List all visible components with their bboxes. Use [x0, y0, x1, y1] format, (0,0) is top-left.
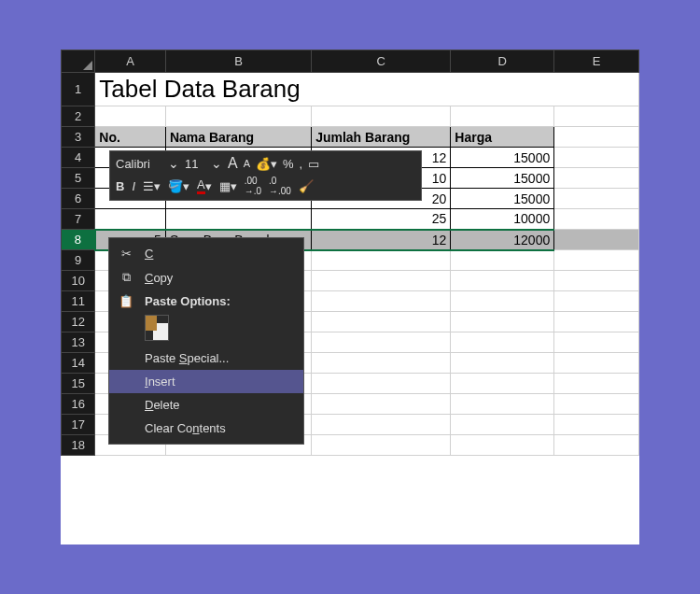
accounting-format-icon[interactable]: 💰▾: [256, 157, 277, 171]
cell-harga[interactable]: 15000: [451, 148, 554, 168]
font-name-select[interactable]: Calibri: [116, 157, 162, 171]
menu-paste-special[interactable]: Paste Special...: [109, 346, 303, 370]
row-header-9[interactable]: 9: [62, 250, 95, 271]
increase-font-icon[interactable]: A: [228, 155, 238, 172]
title-cell[interactable]: Tabel Data Barang: [95, 73, 639, 106]
percent-format-icon[interactable]: %: [283, 157, 294, 171]
menu-paste-options-label: Paste Options:: [145, 294, 296, 308]
col-header-a[interactable]: A: [95, 50, 166, 73]
copy-icon: ⧉: [117, 270, 135, 285]
menu-clear-contents[interactable]: Clear Contents: [109, 417, 303, 440]
th-nama[interactable]: Nama Barang: [165, 127, 311, 148]
menu-insert-label: Insert: [145, 375, 296, 389]
row-header-3[interactable]: 3: [62, 127, 95, 148]
format-painter-icon[interactable]: ▭: [308, 157, 319, 171]
menu-copy[interactable]: ⧉ Copy: [109, 265, 303, 290]
menu-cut[interactable]: ✂ C: [109, 242, 303, 265]
clipboard-icon: 📋: [117, 294, 135, 308]
menu-paste-special-label: Paste Special...: [145, 351, 296, 365]
select-all-corner[interactable]: [62, 50, 95, 73]
chevron-down-icon[interactable]: ⌄: [168, 156, 179, 171]
row-header-17[interactable]: 17: [62, 415, 95, 435]
font-color-icon[interactable]: A▾: [197, 177, 212, 194]
border-style-icon[interactable]: ▦▾: [219, 179, 237, 193]
row-header-1[interactable]: 1: [62, 73, 95, 106]
decrease-font-icon[interactable]: A: [244, 158, 250, 169]
col-header-b[interactable]: B: [165, 50, 311, 73]
row-header-4[interactable]: 4: [62, 148, 95, 168]
row-header-18[interactable]: 18: [62, 435, 95, 456]
mini-toolbar: Calibri ⌄ 11 ⌄ A A 💰▾ % , ▭ B I ☰▾ 🪣▾ A▾…: [109, 150, 422, 201]
paste-default-icon[interactable]: [145, 315, 169, 341]
menu-delete[interactable]: Delete: [109, 393, 303, 417]
cell[interactable]: [95, 106, 166, 127]
menu-clear-label: Clear Contents: [145, 421, 296, 435]
increase-decimal-icon[interactable]: .00→.0: [245, 176, 261, 196]
bold-icon[interactable]: B: [116, 179, 124, 193]
menu-insert[interactable]: Insert: [109, 370, 303, 393]
col-header-e[interactable]: E: [554, 50, 639, 73]
col-header-d[interactable]: D: [451, 50, 554, 73]
borders-icon[interactable]: ☰▾: [143, 179, 161, 193]
chevron-down-icon[interactable]: ⌄: [211, 156, 222, 171]
th-jumlah[interactable]: Jumlah Barang: [312, 127, 451, 148]
row-header-14[interactable]: 14: [62, 353, 95, 374]
th-no[interactable]: No.: [95, 127, 166, 148]
menu-copy-label: Copy: [145, 271, 296, 285]
row-header-15[interactable]: 15: [62, 374, 95, 394]
italic-icon[interactable]: I: [132, 179, 135, 193]
row-header-10[interactable]: 10: [62, 271, 95, 291]
menu-delete-label: Delete: [145, 398, 296, 412]
decrease-decimal-icon[interactable]: .0→.00: [269, 176, 291, 196]
row-header-6[interactable]: 6: [62, 189, 95, 209]
row-header-2[interactable]: 2: [62, 106, 95, 127]
context-menu: ✂ C ⧉ Copy 📋 Paste Options: Paste Specia…: [108, 237, 304, 445]
row-header-12[interactable]: 12: [62, 312, 95, 332]
row-header-8[interactable]: 8: [62, 230, 95, 250]
row-header-16[interactable]: 16: [62, 394, 95, 415]
row-header-5[interactable]: 5: [62, 168, 95, 189]
font-size-select[interactable]: 11: [185, 157, 205, 171]
row-header-7[interactable]: 7: [62, 209, 95, 230]
menu-cut-label: C: [145, 247, 296, 261]
th-harga[interactable]: Harga: [451, 127, 554, 148]
scissors-icon: ✂: [117, 247, 135, 261]
comma-format-icon[interactable]: ,: [300, 157, 303, 171]
row-header-13[interactable]: 13: [62, 332, 95, 353]
fill-color-icon[interactable]: 🪣▾: [168, 179, 189, 193]
clear-format-icon[interactable]: 🧹: [299, 179, 314, 193]
menu-paste-options-header: 📋 Paste Options:: [109, 290, 303, 313]
row-header-11[interactable]: 11: [62, 291, 95, 312]
spreadsheet: A B C D E 1 Tabel Data Barang 2 3 No. Na…: [61, 50, 639, 544]
col-header-c[interactable]: C: [312, 50, 451, 73]
